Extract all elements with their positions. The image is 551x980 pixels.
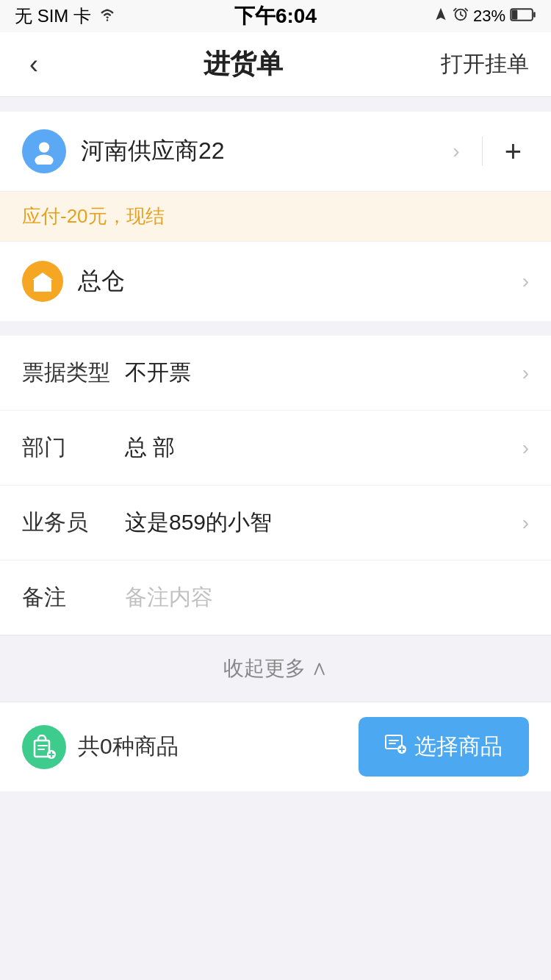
warehouse-icon: [22, 261, 63, 302]
invoice-type-value: 不开票: [118, 358, 522, 388]
form-row-salesperson[interactable]: 业务员 这是859的小智 ›: [0, 486, 551, 561]
back-button[interactable]: ‹: [22, 42, 46, 87]
salesperson-chevron-icon: ›: [522, 511, 529, 535]
select-btn-icon: [385, 735, 407, 759]
supplier-avatar: [22, 129, 66, 173]
salesperson-value: 这是859的小智: [118, 508, 522, 538]
salesperson-label: 业务员: [22, 508, 118, 538]
supplier-section: 河南供应商22 › + 应付-20元，现结 总仓 ›: [0, 112, 551, 321]
svg-point-0: [107, 19, 109, 21]
supplier-chevron-icon: ›: [453, 140, 459, 163]
department-chevron-icon: ›: [522, 436, 529, 460]
status-carrier: 无 SIM 卡: [15, 4, 118, 28]
bottom-bar: 共0种商品 选择商品: [0, 702, 551, 791]
wifi-icon: [97, 6, 118, 26]
svg-point-5: [39, 142, 49, 152]
notice-banner: 应付-20元，现结: [0, 192, 551, 241]
product-count-icon: [22, 725, 66, 769]
select-product-label: 选择商品: [414, 732, 503, 762]
form-row-department[interactable]: 部门 总 部 ›: [0, 411, 551, 486]
lower-area: [0, 791, 551, 980]
remark-value[interactable]: 备注内容: [118, 583, 529, 613]
department-value: 总 部: [118, 433, 522, 463]
supplier-name: 河南供应商22: [81, 135, 453, 167]
svg-rect-4: [512, 10, 518, 20]
warehouse-chevron-icon: ›: [522, 270, 529, 293]
warehouse-name: 总仓: [78, 265, 522, 298]
location-icon: [433, 7, 448, 26]
svg-rect-9: [40, 284, 46, 292]
open-pending-button[interactable]: 打开挂单: [441, 49, 529, 79]
product-count-text: 共0种商品: [78, 732, 359, 762]
invoice-type-chevron-icon: ›: [522, 361, 529, 385]
svg-marker-8: [32, 273, 53, 280]
collapse-label: 收起更多 ∧: [223, 657, 328, 680]
remark-label: 备注: [22, 583, 118, 613]
battery-text: 23%: [473, 7, 505, 26]
add-supplier-button[interactable]: +: [497, 135, 529, 168]
page-title: 进货单: [204, 46, 283, 82]
top-divider: [0, 97, 551, 112]
form-row-invoice-type[interactable]: 票据类型 不开票 ›: [0, 336, 551, 411]
status-icons: 23%: [433, 6, 536, 26]
svg-point-6: [35, 155, 53, 165]
battery-icon: [510, 7, 536, 26]
department-label: 部门: [22, 433, 118, 463]
supplier-row[interactable]: 河南供应商22 › +: [0, 112, 551, 192]
invoice-type-label: 票据类型: [22, 358, 118, 388]
form-section: 票据类型 不开票 › 部门 总 部 › 业务员 这是859的小智 › 备注 备注…: [0, 336, 551, 635]
select-product-button[interactable]: 选择商品: [359, 717, 529, 777]
alarm-icon: [453, 6, 469, 26]
collapse-row[interactable]: 收起更多 ∧: [0, 635, 551, 702]
supplier-divider: [482, 137, 483, 166]
nav-bar: ‹ 进货单 打开挂单: [0, 32, 551, 97]
notice-text: 应付-20元，现结: [22, 205, 165, 227]
svg-rect-3: [533, 12, 536, 18]
warehouse-row[interactable]: 总仓 ›: [0, 241, 551, 321]
form-row-remark[interactable]: 备注 备注内容: [0, 561, 551, 635]
status-time: 下午6:04: [234, 2, 317, 30]
status-bar: 无 SIM 卡 下午6:04 23%: [0, 0, 551, 32]
carrier-text: 无 SIM 卡: [15, 4, 91, 28]
